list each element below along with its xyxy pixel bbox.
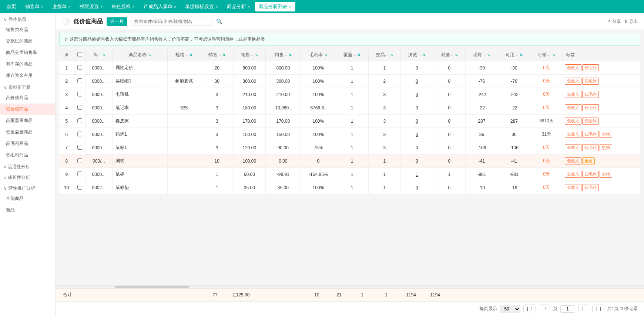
first-page-button[interactable]: |〈 xyxy=(523,305,536,313)
share-button[interactable]: ↗ 分享 xyxy=(607,18,621,25)
nav-close-purchase[interactable]: × xyxy=(68,4,70,9)
browse-link[interactable]: 0 xyxy=(416,185,418,190)
row-checkbox[interactable] xyxy=(77,145,82,150)
nav-permissions[interactable]: 权限设置 × xyxy=(76,2,106,11)
nav-role-auth[interactable]: 角色授权 × xyxy=(108,2,138,11)
browse-link[interactable]: 0 xyxy=(416,92,418,97)
table-row[interactable]: 3 0000... 电话机 3 210.00 210.00 100% 1 3 0… xyxy=(59,88,640,101)
cell-checkbox[interactable] xyxy=(74,128,85,141)
row-checkbox[interactable] xyxy=(77,105,82,110)
table-row[interactable]: 8 000/... 测试 10 100.00 0.00 0 1 1 0 0 -4… xyxy=(59,154,640,168)
browse-link[interactable]: 0 xyxy=(416,132,418,137)
nav-close-permissions[interactable]: × xyxy=(100,4,103,9)
page-size-select[interactable]: 50 100 200 xyxy=(500,305,520,313)
cell-browse1[interactable]: 0 xyxy=(401,75,433,88)
cell-browse1[interactable]: 1 xyxy=(401,168,433,181)
th-name[interactable]: 商品名称⇅ xyxy=(113,49,167,61)
sidebar-item-high-value[interactable]: 高价值商品 xyxy=(0,92,55,103)
nav-sales-order[interactable]: 销售单 × xyxy=(21,2,47,11)
next-page-button[interactable]: 〉 xyxy=(578,305,589,313)
browse-link[interactable]: 0 xyxy=(416,119,418,124)
select-all-checkbox[interactable] xyxy=(77,52,82,57)
th-stock1[interactable]: 现有...⇅ xyxy=(466,49,498,61)
table-row[interactable]: 5 0000... 橡皮擦 3 170.00 170.00 100% 1 3 0… xyxy=(59,115,640,128)
nav-template-settings[interactable]: 单据模板设置 × xyxy=(181,2,221,11)
search-icon[interactable]: 🔍 xyxy=(216,18,222,24)
nav-close-inbound[interactable]: × xyxy=(174,4,176,9)
browse-link[interactable]: 0 xyxy=(416,79,418,84)
browse-link[interactable]: 0 xyxy=(416,105,418,111)
nav-purchase-order[interactable]: 进货单 × xyxy=(48,2,74,11)
row-checkbox[interactable] xyxy=(77,92,82,96)
cell-checkbox[interactable] xyxy=(74,88,85,101)
th-sales3[interactable]: 销售...⇅ xyxy=(266,49,301,61)
sidebar-item-traded-products[interactable]: 交易过的商品 xyxy=(0,35,55,47)
sidebar-item-low-coverage[interactable]: 低覆盖量商品 xyxy=(0,126,55,138)
cell-checkbox[interactable] xyxy=(74,101,85,115)
nav-product-analysis-list[interactable]: 商品分析列表 × xyxy=(255,2,295,11)
cell-checkbox[interactable] xyxy=(74,181,85,194)
sidebar-item-high-coverage[interactable]: 高覆盖量商品 xyxy=(0,115,55,126)
cell-browse1[interactable]: 0 xyxy=(401,128,433,141)
table-row[interactable]: 4 0000... 笔记本 535 3 180.00 -10,380... -5… xyxy=(59,101,640,115)
cell-checkbox[interactable] xyxy=(74,61,85,75)
cell-checkbox[interactable] xyxy=(74,115,85,128)
filter-recent-month-button[interactable]: 近一月 xyxy=(107,17,127,26)
row-checkbox[interactable] xyxy=(77,171,82,176)
sidebar-item-all-products[interactable]: 全部商品 xyxy=(0,193,55,204)
th-browse2[interactable]: 浏览...⇅ xyxy=(433,49,466,61)
sidebar-item-new-products[interactable]: 新品 xyxy=(0,204,55,216)
table-row[interactable]: 7 0000... 鼠标1 3 120.00 90.00 75% 1 3 0 0… xyxy=(59,141,640,154)
th-stock2[interactable]: 可用...⇅ xyxy=(498,49,530,61)
th-coverage[interactable]: 覆盖...⇅ xyxy=(336,49,369,61)
th-trade[interactable]: 交易...⇅ xyxy=(368,49,401,61)
nav-product-inbound[interactable]: 产成品入库单 × xyxy=(140,2,180,11)
sidebar-item-sales-products[interactable]: 销售类商品 xyxy=(0,24,55,35)
nav-close-sales[interactable]: × xyxy=(41,4,43,9)
sidebar-group-contribution[interactable]: ∨ 贡献值分析 xyxy=(0,81,55,92)
row-checkbox[interactable] xyxy=(77,118,82,123)
export-button[interactable]: ⬇ 导出 xyxy=(624,18,638,25)
table-row[interactable]: 1 0000... 属性定价 20 800.00 800.00 100% 1 1… xyxy=(59,61,640,75)
row-checkbox[interactable] xyxy=(77,185,82,190)
th-stock3[interactable]: 可销...⇅ xyxy=(530,49,563,61)
th-sales1[interactable]: 销售...⇅ xyxy=(201,49,234,61)
sidebar-item-low-margin[interactable]: 低毛利商品 xyxy=(0,149,55,161)
sidebar-group-growth[interactable]: > 成长性分析 xyxy=(0,171,55,182)
nav-close-analysis-list[interactable]: × xyxy=(289,4,291,9)
th-sales2[interactable]: 销售...⇅ xyxy=(233,49,266,61)
cell-checkbox[interactable] xyxy=(74,154,85,168)
nav-close-template[interactable]: × xyxy=(215,4,218,9)
sidebar-group-circulation[interactable]: > 流通性分析 xyxy=(0,161,55,171)
sidebar-group-overall[interactable]: ∨ 整体信息 xyxy=(0,13,55,24)
cell-checkbox[interactable] xyxy=(74,75,85,88)
cell-browse1[interactable]: 0 xyxy=(401,61,433,75)
sidebar-item-stock-products[interactable]: 有库存的商品 xyxy=(0,58,55,70)
horizontal-scrollbar[interactable] xyxy=(56,285,644,288)
cell-browse1[interactable]: 0 xyxy=(401,88,433,101)
browse-link[interactable]: 1 xyxy=(416,172,418,177)
table-row[interactable]: 2 0000... 吴细细1 参加复试 30 300.00 300.00 100… xyxy=(59,75,640,88)
sidebar-item-category-rate[interactable]: 商品分类销售率 xyxy=(0,47,55,58)
th-code[interactable]: 商...⇅ xyxy=(85,49,113,61)
th-browse1[interactable]: 浏览...⇅ xyxy=(401,49,433,61)
browse-link[interactable]: 0 xyxy=(416,159,418,164)
cell-browse1[interactable]: 0 xyxy=(401,141,433,154)
th-spec[interactable]: 规格...⇅ xyxy=(167,49,201,61)
cell-browse1[interactable]: 0 xyxy=(401,181,433,194)
nav-home[interactable]: 首页 xyxy=(3,2,20,11)
table-row[interactable]: 10 0002... 鼠标垫 1 35.00 35.00 100% 1 1 0 … xyxy=(59,181,640,194)
prev-page-button[interactable]: 〈 xyxy=(539,305,550,313)
nav-close-role[interactable]: × xyxy=(132,4,134,9)
cell-browse1[interactable]: 0 xyxy=(401,101,433,115)
sidebar-item-stock-funds[interactable]: 库存资金占用 xyxy=(0,70,55,81)
sidebar-collapse-button[interactable]: 《 xyxy=(63,18,70,25)
th-checkbox[interactable] xyxy=(74,49,85,61)
cell-browse1[interactable]: 0 xyxy=(401,115,433,128)
table-row[interactable]: 9 0000... 鼠标 1 60.00 -98.91 -164.85% 1 1… xyxy=(59,168,640,181)
th-margin-rate[interactable]: 毛利率⇅ xyxy=(301,49,336,61)
nav-close-analysis[interactable]: × xyxy=(248,4,250,9)
row-checkbox[interactable] xyxy=(77,78,82,83)
sidebar-item-low-value[interactable]: 低价值商品 xyxy=(0,103,55,115)
row-checkbox[interactable] xyxy=(77,158,82,163)
